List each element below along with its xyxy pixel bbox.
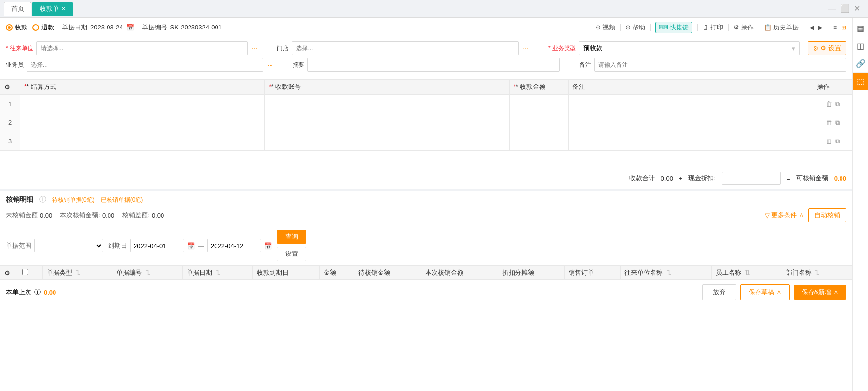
tab-bar: 首页 收款单 × — ⬜ ✕ (0, 0, 868, 18)
auto-writeoff-btn[interactable]: 自动核销 (808, 208, 846, 222)
row-2-delete-icon[interactable]: 🗑 (826, 119, 832, 126)
video-icon: ⊙ (596, 24, 601, 31)
staff-input[interactable] (27, 58, 263, 72)
select-all-checkbox[interactable] (22, 269, 28, 275)
row-1-copy-icon[interactable]: ⧉ (835, 100, 840, 108)
row-2-amount[interactable] (509, 113, 568, 132)
right-panel-btn-1[interactable]: ▦ (853, 20, 868, 37)
query-btn[interactable]: 查询 (277, 230, 306, 244)
row-3-amount[interactable] (509, 132, 568, 151)
dept-sort-icon: ⇅ (814, 269, 820, 276)
summary-input[interactable] (307, 58, 560, 72)
window-restore-icon[interactable]: ⬜ (840, 4, 850, 13)
print-btn[interactable]: 🖨 打印 (703, 23, 723, 32)
row-1-account[interactable] (265, 95, 509, 113)
right-panel-btn-3[interactable]: 🔗 (853, 55, 868, 73)
row-1-settle[interactable] (20, 95, 265, 113)
bottom-gear-icon[interactable]: ⚙ (4, 269, 10, 277)
row-1-settle-input[interactable] (24, 97, 260, 111)
abandon-btn[interactable]: 放弃 (702, 284, 736, 300)
shop-input[interactable] (292, 41, 519, 55)
row-1-amount[interactable] (509, 95, 568, 113)
row-1-delete-icon[interactable]: 🗑 (826, 100, 832, 108)
range-select[interactable] (34, 239, 103, 252)
writeoff-help-icon[interactable]: ⓘ (39, 196, 46, 204)
layout-btn[interactable]: ≡ (833, 24, 837, 31)
radio-receipt[interactable]: 收款 (6, 23, 27, 32)
date-from-input[interactable]: 2022-04-01 (130, 239, 184, 252)
th-remarks: 备注 (568, 80, 813, 95)
row-3-amount-input[interactable] (514, 135, 564, 148)
row-1-remarks-input[interactable] (572, 97, 809, 111)
row-3-settle-input[interactable] (24, 135, 260, 148)
receipt-type-group: 收款 退款 (6, 23, 54, 32)
row-1-account-input[interactable] (269, 97, 505, 111)
row-2-settle[interactable] (20, 113, 265, 132)
date-to-input[interactable]: 2022-04-12 (207, 239, 261, 252)
radio-refund[interactable]: 退款 (32, 23, 54, 32)
date-cal-to-icon[interactable]: 📅 (264, 242, 272, 250)
row-3-remarks[interactable] (568, 132, 813, 151)
more-conditions-btn[interactable]: ▽ 更多条件 ∧ (765, 211, 804, 220)
row-3-settle[interactable] (20, 132, 265, 151)
window-close-icon[interactable]: ✕ (854, 4, 860, 13)
writeoff-title: 核销明细 (6, 196, 33, 204)
bottom-th-discount: 折扣分摊额 (498, 266, 565, 280)
save-new-btn[interactable]: 保存&新增 ∧ (794, 285, 846, 300)
help-btn[interactable]: ⊙ 帮助 (625, 23, 645, 32)
row-2-account[interactable] (265, 113, 509, 132)
row-3-account[interactable] (265, 132, 509, 151)
row-1-remarks[interactable] (568, 95, 813, 113)
table-gear-icon[interactable]: ⚙ (4, 84, 10, 91)
nav-left-btn[interactable]: ◀ (809, 24, 814, 31)
date-calendar-icon[interactable]: 📅 (126, 24, 134, 31)
video-btn[interactable]: ⊙ 视频 (596, 23, 615, 32)
discount-input[interactable] (722, 172, 781, 185)
biz-type-label: * 业务类型 (548, 44, 576, 53)
row-2-account-input[interactable] (269, 116, 505, 130)
row-3-account-input[interactable] (269, 135, 505, 148)
pending-tab-link[interactable]: 待核销单据(0笔) (52, 196, 95, 204)
date-cal-from-icon[interactable]: 📅 (187, 242, 195, 250)
remarks-input[interactable] (594, 58, 846, 72)
right-panel-btn-2[interactable]: ◫ (853, 37, 868, 55)
row-2-copy-icon[interactable]: ⧉ (835, 119, 840, 127)
partner-input[interactable] (36, 41, 248, 55)
partner-ellipsis-btn[interactable]: ··· (252, 44, 258, 52)
row-2-remarks[interactable] (568, 113, 813, 132)
row-2-settle-input[interactable] (24, 116, 260, 130)
row-3-delete-icon[interactable]: 🗑 (826, 138, 832, 145)
bill-number-sort-icon: ⇅ (145, 269, 151, 276)
toolbar-right: ⊙ 视频 ⊙ 帮助 ⌨ 快捷键 🖨 打印 (596, 22, 846, 33)
row-3-copy-icon[interactable]: ⧉ (835, 138, 840, 145)
draft-btn-label: 保存草稿 ∧ (749, 288, 782, 297)
shortcut-btn[interactable]: ⌨ 快捷键 (655, 22, 692, 33)
radio-receipt-label: 收款 (15, 23, 27, 32)
footer-help-icon[interactable]: ⓘ (34, 288, 41, 297)
row-2-amount-input[interactable] (514, 116, 564, 130)
nav-right-btn[interactable]: ▶ (818, 24, 823, 31)
completed-tab-link[interactable]: 已核销单据(0笔) (101, 196, 143, 204)
tab-close-icon[interactable]: × (62, 5, 65, 12)
row-2-remarks-input[interactable] (572, 116, 809, 130)
right-panel-btn-4[interactable]: ⬚ (853, 73, 868, 90)
window-minimize-icon[interactable]: — (828, 4, 836, 13)
writeoff-settings-btn[interactable]: 设置 (277, 247, 306, 261)
staff-ellipsis-btn[interactable]: ··· (267, 61, 273, 69)
tab-receipt[interactable]: 收款单 × (32, 2, 73, 16)
draft-btn[interactable]: 保存草稿 ∧ (740, 284, 790, 300)
bottom-th-amount: 金额 (319, 266, 354, 280)
grid-btn[interactable]: ⊞ (841, 24, 846, 31)
operation-btn[interactable]: ⚙ 操作 (733, 23, 754, 32)
video-label: 视频 (602, 23, 615, 32)
writeoff-section: 核销明细 ⓘ 待核销单据(0笔) 已核销单据(0笔) 未核销金额 0.00 本次… (0, 189, 852, 265)
biz-type-value: 预收款 (583, 44, 792, 53)
row-3-remarks-input[interactable] (572, 135, 809, 148)
date-value[interactable]: 2023-03-24 (90, 24, 123, 31)
history-btn[interactable]: 📋 历史单据 (764, 23, 799, 32)
shop-ellipsis-btn[interactable]: ··· (523, 44, 529, 52)
settings-btn[interactable]: ⚙ ⚙ 设置 (808, 41, 846, 55)
tab-home[interactable]: 首页 (4, 2, 31, 16)
row-1-amount-input[interactable] (514, 97, 564, 111)
available-value: 0.00 (834, 175, 846, 182)
